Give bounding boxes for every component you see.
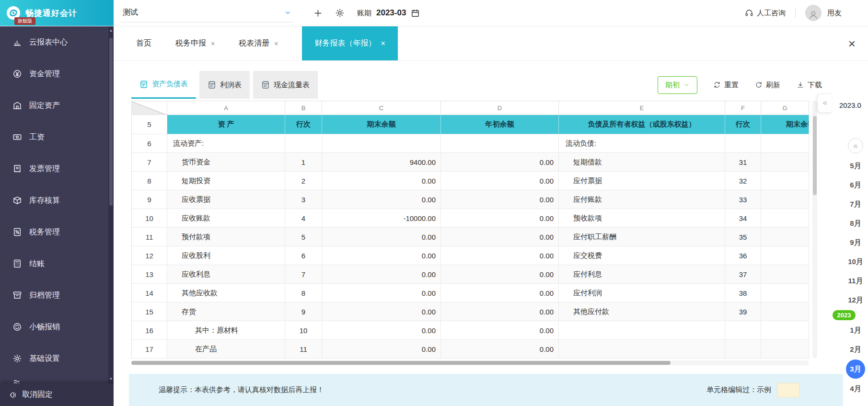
column-header-E[interactable]: E <box>559 101 725 115</box>
sidebar-item-settings[interactable]: 基础设置 <box>0 343 114 374</box>
grid-cell[interactable]: 0.00 <box>441 340 559 359</box>
grid-cell[interactable] <box>285 134 322 153</box>
month-item[interactable]: 3月 <box>846 360 865 379</box>
row-number[interactable]: 16 <box>131 321 167 340</box>
grid-vertical-scrollbar[interactable] <box>812 101 817 359</box>
scrollbar-thumb[interactable] <box>131 361 671 365</box>
grid-cell[interactable]: 0.00 <box>322 321 441 340</box>
row-number[interactable]: 14 <box>131 284 167 302</box>
grid-cell[interactable] <box>761 172 809 190</box>
grid-cell[interactable]: 应付利润 <box>559 284 725 302</box>
period-select-button[interactable]: 期初 <box>658 76 697 94</box>
grid-cell[interactable]: 0.00 <box>441 302 559 321</box>
grid-cell[interactable]: 0.00 <box>322 265 441 284</box>
grid-cell[interactable]: 应收票据 <box>167 190 285 209</box>
report-tab-cash-flow[interactable]: 现金流量表 <box>253 71 318 99</box>
column-header-A[interactable]: A <box>167 101 285 115</box>
sidebar-item-salary[interactable]: 工资 <box>0 121 114 153</box>
avatar[interactable] <box>805 5 822 21</box>
row-number[interactable]: 5 <box>131 115 167 134</box>
grid-cell[interactable]: 行次 <box>725 115 761 134</box>
grid-cell[interactable]: 0.00 <box>322 284 441 302</box>
grid-cell[interactable]: 8 <box>285 284 322 302</box>
grid-cell[interactable]: 3 <box>285 190 322 209</box>
gear-icon[interactable] <box>335 8 345 18</box>
grid-cell[interactable] <box>441 134 559 153</box>
grid-cell[interactable]: 期末余额 <box>322 115 441 134</box>
grid-cell[interactable]: 11 <box>285 340 322 359</box>
grid-cell[interactable] <box>725 321 761 340</box>
sidebar-item-cloud-report-center[interactable]: 云报表中心 <box>0 26 114 58</box>
calendar-icon[interactable] <box>411 9 420 18</box>
month-item[interactable]: 9月 <box>843 233 868 252</box>
column-header-B[interactable]: B <box>285 101 322 115</box>
row-number[interactable]: 6 <box>131 134 167 153</box>
scroll-down-icon[interactable]: ▼ <box>108 377 114 381</box>
grid-cell[interactable]: 7 <box>285 265 322 284</box>
grid-cell[interactable]: 2 <box>285 172 322 190</box>
grid-cell[interactable]: 其他应收款 <box>167 284 285 302</box>
month-item[interactable]: 7月 <box>843 195 868 213</box>
grid-cell[interactable]: 0.00 <box>322 228 441 246</box>
tab-close-icon[interactable]: × <box>274 40 278 47</box>
grid-cell[interactable]: 行次 <box>285 115 322 134</box>
grid-cell[interactable]: 应付票据 <box>559 172 725 190</box>
row-number[interactable]: 17 <box>131 340 167 359</box>
grid-cell[interactable] <box>725 340 761 359</box>
grid-cell[interactable] <box>761 246 809 265</box>
row-number[interactable]: 12 <box>131 246 167 265</box>
grid-cell[interactable]: 0.00 <box>441 153 559 172</box>
grid-cell[interactable]: 9400.00 <box>322 153 441 172</box>
row-number[interactable]: 11 <box>131 228 167 246</box>
grid-cell[interactable]: 35 <box>725 228 761 246</box>
grid-cell[interactable]: 0.00 <box>322 172 441 190</box>
grid-cell[interactable]: 期末余额 <box>761 115 809 134</box>
grid-cell[interactable]: 33 <box>725 190 761 209</box>
sidebar-item-archive[interactable]: 归档管理 <box>0 279 114 311</box>
grid-cell[interactable] <box>725 134 761 153</box>
grid-cell[interactable]: 1 <box>285 153 322 172</box>
tab-close-icon[interactable]: × <box>211 40 215 47</box>
grid-cell[interactable]: 9 <box>285 302 322 321</box>
grid-cell[interactable]: 0.00 <box>441 265 559 284</box>
grid-cell[interactable]: 负债及所有者权益（或股东权益） <box>559 115 725 134</box>
grid-cell[interactable] <box>322 134 441 153</box>
panel-expander[interactable] <box>817 93 832 113</box>
grid-cell[interactable]: 0.00 <box>322 302 441 321</box>
reset-button[interactable]: 重置 <box>713 81 739 90</box>
grid-cell[interactable]: 应收股利 <box>167 246 285 265</box>
grid-cell[interactable]: 货币资金 <box>167 153 285 172</box>
close-icon[interactable]: × <box>848 37 856 50</box>
scroll-up-icon[interactable]: ▲ <box>108 29 114 33</box>
tab-close-icon[interactable]: × <box>381 39 385 48</box>
grid-cell[interactable]: 其中：原材料 <box>167 321 285 340</box>
download-button[interactable]: 下载 <box>797 81 822 90</box>
grid-cell[interactable]: 应收账款 <box>167 209 285 228</box>
scrollbar-thumb[interactable] <box>109 38 113 206</box>
grid-cell[interactable]: 0.00 <box>322 246 441 265</box>
grid-cell[interactable]: 应收利息 <box>167 265 285 284</box>
row-number[interactable]: 9 <box>131 190 167 209</box>
grid-cell[interactable]: 37 <box>725 265 761 284</box>
grid-cell[interactable]: 应交税费 <box>559 246 725 265</box>
grid-cell[interactable]: 0.00 <box>322 340 441 359</box>
grid-cell[interactable]: 短期借款 <box>559 153 725 172</box>
support-button[interactable]: 人工咨询 <box>745 9 786 18</box>
grid-cell[interactable]: 38 <box>725 284 761 302</box>
column-header-G[interactable]: G <box>761 101 809 115</box>
sidebar-scrollbar[interactable]: ▲ ▼ <box>108 26 114 383</box>
sidebar-item-invoice[interactable]: 发票管理 <box>0 153 114 185</box>
scroll-to-top-button[interactable] <box>848 138 863 153</box>
grid-cell[interactable]: 31 <box>725 153 761 172</box>
row-number[interactable]: 7 <box>131 153 167 172</box>
grid-cell[interactable]: 短期投资 <box>167 172 285 190</box>
row-number[interactable]: 13 <box>131 265 167 284</box>
grid-cell[interactable] <box>559 321 725 340</box>
refresh-button[interactable]: 刷新 <box>755 81 780 90</box>
month-item[interactable]: 1月 <box>843 321 868 339</box>
grid-cell[interactable]: 5 <box>285 228 322 246</box>
grid-cell[interactable]: 预付款项 <box>167 228 285 246</box>
sidebar-item-funds[interactable]: 资金管理 <box>0 58 114 90</box>
grid-cell[interactable]: 预收款项 <box>559 209 725 228</box>
sidebar-item-inventory[interactable]: 库存核算 <box>0 185 114 216</box>
